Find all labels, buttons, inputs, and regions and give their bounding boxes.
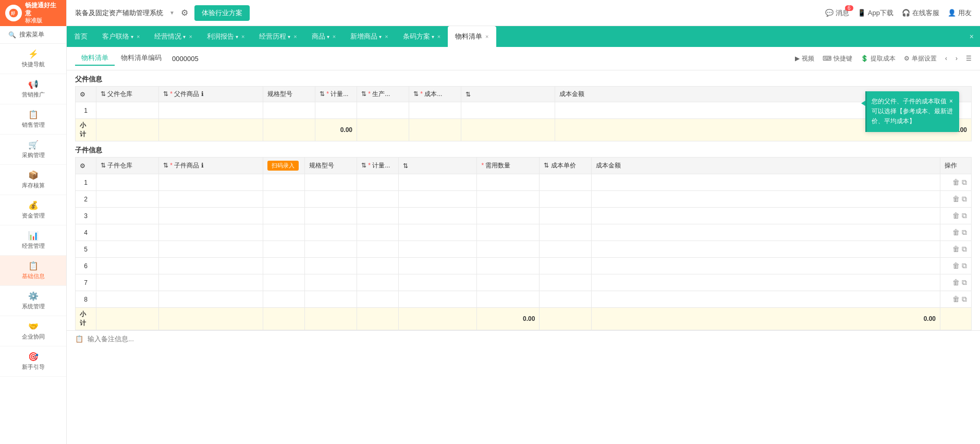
child-row-1-unit-price[interactable]: [540, 174, 592, 191]
child-row-4-warehouse[interactable]: [96, 224, 159, 241]
tab-operations-history[interactable]: 经营历程 ▾ ×: [252, 26, 304, 47]
child-row-8-copy-icon[interactable]: ⧉: [962, 295, 967, 304]
child-row-5-unit[interactable]: [357, 241, 399, 258]
child-row-3-delete-icon[interactable]: 🗑: [952, 211, 960, 220]
tab-barcode-close[interactable]: ×: [437, 33, 440, 40]
child-row-3-warehouse[interactable]: [96, 208, 159, 224]
sidebar-item-system[interactable]: ⚙️ 系统管理: [0, 286, 66, 316]
child-row-8-product[interactable]: [159, 291, 263, 308]
child-row-5-extra[interactable]: [399, 241, 477, 258]
parent-row-1-cost[interactable]: [409, 102, 461, 119]
sidebar-item-purchase[interactable]: 🛒 采购管理: [0, 135, 66, 165]
cost-btn[interactable]: 💲 提取成本: [861, 54, 896, 63]
child-row-4-scan[interactable]: [263, 224, 305, 241]
child-row-8-unit[interactable]: [357, 291, 399, 308]
child-row-4-spec[interactable]: [305, 224, 357, 241]
child-row-2-copy-icon[interactable]: ⧉: [962, 195, 967, 203]
parent-row-1-warehouse[interactable]: [96, 102, 159, 119]
child-row-7-qty[interactable]: [477, 274, 540, 291]
parent-unit-sort[interactable]: ⇅: [320, 90, 325, 98]
sidebar-search[interactable]: 🔍 搜索菜单: [0, 26, 66, 44]
child-extra-sort[interactable]: ⇅: [403, 162, 408, 170]
child-row-5-scan[interactable]: [263, 241, 305, 258]
child-row-8-unit-price[interactable]: [540, 291, 592, 308]
child-row-4-delete-icon[interactable]: 🗑: [952, 228, 960, 237]
child-row-1-scan[interactable]: [263, 174, 305, 191]
child-row-6-product[interactable]: [159, 258, 263, 274]
child-row-2-product[interactable]: [159, 191, 263, 208]
child-row-8-warehouse[interactable]: [96, 291, 159, 308]
tab-operations-status[interactable]: 经营情况 ▾ ×: [147, 26, 199, 47]
tab-customer[interactable]: 客户联络 ▾ ×: [95, 26, 147, 47]
tab-profit-report-close[interactable]: ×: [241, 33, 244, 40]
child-row-5-qty[interactable]: [477, 241, 540, 258]
child-row-3-product[interactable]: [159, 208, 263, 224]
tab-customer-close[interactable]: ×: [137, 33, 140, 40]
parent-row-1-produce[interactable]: [357, 102, 409, 119]
child-row-7-copy-icon[interactable]: ⧉: [962, 278, 967, 287]
child-row-6-spec[interactable]: [305, 258, 357, 274]
sidebar-item-inventory[interactable]: 📦 库存核算: [0, 165, 66, 195]
tab-products[interactable]: 商品 ▾ ×: [304, 26, 343, 47]
child-row-1-warehouse[interactable]: [96, 174, 159, 191]
child-row-6-copy-icon[interactable]: ⧉: [962, 261, 967, 270]
child-row-5-warehouse[interactable]: [96, 241, 159, 258]
tab-bom[interactable]: 物料清单 ×: [448, 26, 496, 47]
child-row-1-qty[interactable]: [477, 174, 540, 191]
child-row-7-delete-icon[interactable]: 🗑: [952, 278, 960, 287]
parent-product-sort[interactable]: ⇅: [163, 90, 168, 98]
tab-operations-history-close[interactable]: ×: [293, 33, 297, 40]
child-row-3-qty[interactable]: [477, 208, 540, 224]
sidebar-item-cooperation[interactable]: 🤝 企业协同: [0, 316, 66, 346]
tab-barcode[interactable]: 条码方案 ▾ ×: [396, 26, 448, 47]
child-row-3-extra[interactable]: [399, 208, 477, 224]
nav-prev-btn[interactable]: ‹: [945, 55, 947, 62]
child-unit-price-sort[interactable]: ⇅: [544, 162, 549, 169]
scan-input-btn[interactable]: 扫码录入: [267, 161, 299, 171]
child-row-3-copy-icon[interactable]: ⧉: [962, 211, 967, 220]
child-row-5-product[interactable]: [159, 241, 263, 258]
sidebar-item-quick-nav[interactable]: ⚡ 快捷导航: [0, 44, 66, 74]
child-row-7-unit[interactable]: [357, 274, 399, 291]
tab-operations-status-close[interactable]: ×: [189, 33, 192, 40]
sidebar-item-sales[interactable]: 📋 销售管理: [0, 104, 66, 135]
sidebar-item-operations[interactable]: 📊 经营管理: [0, 225, 66, 256]
child-row-1-copy-icon[interactable]: ⧉: [962, 178, 967, 187]
child-row-6-extra[interactable]: [399, 258, 477, 274]
child-row-4-unit[interactable]: [357, 224, 399, 241]
child-row-2-unit-price[interactable]: [540, 191, 592, 208]
tab-new-product[interactable]: 新增商品 ▾ ×: [343, 26, 395, 47]
parent-col-settings[interactable]: ⚙: [76, 87, 96, 102]
tooltip-close-btn[interactable]: ×: [949, 97, 953, 106]
child-row-2-warehouse[interactable]: [96, 191, 159, 208]
parent-warehouse-sort[interactable]: ⇅: [101, 90, 106, 98]
parent-row-1-product[interactable]: [159, 102, 263, 119]
child-row-8-extra[interactable]: [399, 291, 477, 308]
sidebar-item-basic-info[interactable]: 📋 基础信息: [0, 256, 66, 286]
nav-next-btn[interactable]: ›: [956, 55, 958, 62]
child-row-2-scan[interactable]: [263, 191, 305, 208]
message-btn[interactable]: 💬 消息 6: [825, 8, 849, 18]
child-row-3-unit[interactable]: [357, 208, 399, 224]
tab-bom-close[interactable]: ×: [485, 33, 488, 40]
child-row-4-qty[interactable]: [477, 224, 540, 241]
sidebar-item-marketing[interactable]: 📢 营销推广: [0, 74, 66, 104]
child-row-6-warehouse[interactable]: [96, 258, 159, 274]
child-row-2-extra[interactable]: [399, 191, 477, 208]
child-row-3-spec[interactable]: [305, 208, 357, 224]
child-row-5-copy-icon[interactable]: ⧉: [962, 245, 967, 254]
child-row-8-spec[interactable]: [305, 291, 357, 308]
tab-new-product-close[interactable]: ×: [385, 33, 388, 40]
child-row-4-copy-icon[interactable]: ⧉: [962, 228, 967, 237]
sidebar-item-finance[interactable]: 💰 资金管理: [0, 195, 66, 225]
child-row-6-unit-price[interactable]: [540, 258, 592, 274]
child-row-7-scan[interactable]: [263, 274, 305, 291]
child-row-2-unit[interactable]: [357, 191, 399, 208]
user-btn[interactable]: 👤 用友: [948, 8, 972, 18]
parent-cost-sort[interactable]: ⇅: [413, 90, 419, 98]
sub-tab-bom-code[interactable]: 物料清单编码: [115, 51, 168, 66]
child-row-3-unit-price[interactable]: [540, 208, 592, 224]
child-row-1-extra[interactable]: [399, 174, 477, 191]
child-row-8-delete-icon[interactable]: 🗑: [952, 295, 960, 304]
child-row-7-unit-price[interactable]: [540, 274, 592, 291]
